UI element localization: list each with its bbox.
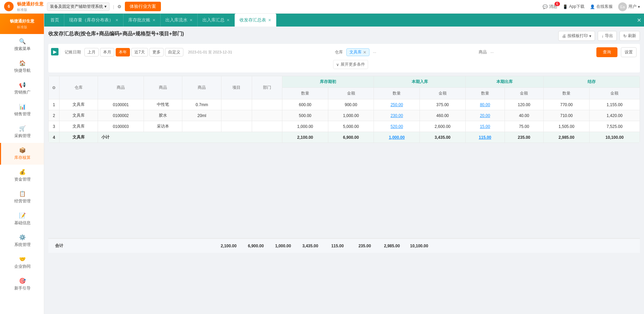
- sidebar-brand-name: 畅捷通好生意: [10, 18, 34, 24]
- settings-icon[interactable]: ⚙: [117, 4, 121, 9]
- filter-collapse-button[interactable]: ▶: [51, 48, 59, 55]
- filter-row-2: ∨ 展开更多条件: [65, 60, 637, 69]
- row1-in-qty[interactable]: 250.00: [374, 99, 420, 110]
- warehouse-more[interactable]: ···: [373, 50, 376, 55]
- sidebar-item-finance[interactable]: 💰 资金管理: [0, 165, 44, 186]
- sidebar-item-collab[interactable]: 🤝 企业协同: [0, 252, 44, 274]
- sidebar-item-sales[interactable]: 📊 销售管理: [0, 99, 44, 121]
- row2-goods-code: 0100002: [98, 110, 144, 121]
- app-download-item[interactable]: 📱 App下载: [563, 4, 584, 10]
- refresh-icon: ↻: [623, 34, 627, 38]
- row3-out-qty[interactable]: 15.00: [465, 121, 505, 132]
- row1-project: [221, 99, 252, 110]
- row1-ending-qty: 770.00: [544, 99, 590, 110]
- experience-button[interactable]: 体验行业方案: [125, 2, 161, 11]
- tab-close-icon[interactable]: ✕: [227, 18, 230, 22]
- tab-summary[interactable]: 出入库汇总 ✕: [198, 14, 235, 27]
- row2-out-qty[interactable]: 20.00: [465, 110, 505, 121]
- date-btn-last-month[interactable]: 上月: [84, 48, 99, 56]
- print-button[interactable]: 🖨 按模板打印 ▾: [558, 31, 595, 41]
- row2-opening-amount: 1,000.00: [328, 110, 374, 121]
- date-btn-custom[interactable]: 自定义: [165, 48, 183, 56]
- tab-close-icon[interactable]: ✕: [152, 18, 155, 22]
- row1-seq: 1: [49, 99, 60, 110]
- expand-conditions-button[interactable]: ∨ 展开更多条件: [333, 60, 368, 69]
- date-btn-7days[interactable]: 近7天: [131, 48, 148, 56]
- row2-in-amount: 460.00: [420, 110, 466, 121]
- col-opening-qty-header: 数量: [282, 88, 328, 99]
- tab-close-icon[interactable]: ✕: [268, 18, 271, 22]
- sidebar-item-purchase[interactable]: 🛒 采购管理: [0, 121, 44, 143]
- tag-close-icon[interactable]: ✕: [363, 50, 366, 55]
- operations-icon: 📋: [19, 191, 26, 197]
- tab-home[interactable]: 首页: [47, 14, 64, 27]
- row1-out-qty[interactable]: 80.00: [465, 99, 505, 110]
- row3-in-qty[interactable]: 520.00: [374, 121, 420, 132]
- user-item[interactable]: Ea 用户 ▾: [618, 2, 640, 11]
- row3-seq: 3: [49, 121, 60, 132]
- row2-in-qty[interactable]: 230.00: [374, 110, 420, 121]
- sidebar-item-label: 基础信息: [14, 220, 31, 226]
- export-button[interactable]: ↓ 导出: [598, 31, 617, 41]
- chevron-down-icon: ▾: [104, 4, 106, 9]
- sidebar: 畅捷通好生意 标准版 🔍 搜索菜单 🏠 快捷导航 📢 营销推广 📊 销售管理 🛒: [0, 14, 44, 314]
- subtotal-row: 4 文具库 小计 2,100.00 6,900.00 1,000.00 3,43…: [49, 132, 640, 143]
- refresh-button[interactable]: ↻ 刷新: [620, 31, 640, 41]
- message-item[interactable]: 💬 消息 6: [543, 4, 557, 10]
- page-title: 收发存汇总表(按仓库+商品编码+商品+规格型号+项目+部门): [48, 31, 184, 37]
- row1-ending-amount: 1,155.00: [589, 99, 640, 110]
- row3-department: [252, 121, 282, 132]
- query-button[interactable]: 查询: [596, 47, 617, 57]
- purchase-icon: 🛒: [19, 125, 26, 132]
- date-btn-this-year[interactable]: 本年: [116, 48, 130, 56]
- subtotal-in-qty[interactable]: 1,000.00: [374, 132, 420, 143]
- col-opening-group-header: 库存期初: [282, 76, 374, 88]
- tab-receipt-summary[interactable]: 收发存汇总表 ✕: [235, 14, 276, 27]
- page-content: 收发存汇总表(按仓库+商品编码+商品+规格型号+项目+部门) 🖨 按模板打印 ▾…: [44, 27, 644, 314]
- sidebar-item-marketing[interactable]: 📢 营销推广: [0, 78, 44, 99]
- col-settings-header[interactable]: ⚙: [49, 76, 60, 99]
- system-selector[interactable]: 装备及固定资产辅助管理系统 ▾: [47, 2, 110, 11]
- date-btn-this-month[interactable]: 本月: [100, 48, 114, 56]
- sidebar-item-basic-info[interactable]: 📝 基础信息: [0, 208, 44, 230]
- filter-section: ▶ 记账日期 上月 本月 本年 近7天 更多 自定义: [48, 44, 640, 72]
- tab-inventory-dist[interactable]: 现存量（库存分布表） ✕: [64, 14, 123, 27]
- sidebar-item-label: 库存核算: [14, 155, 31, 161]
- sidebar-item-label: 搜索菜单: [14, 46, 31, 52]
- sidebar-item-search[interactable]: 🔍 搜索菜单: [0, 34, 44, 56]
- message-icon: 💬: [543, 4, 548, 9]
- table-row: 3 文具库 0100003 采访本 1,000.00 5,000.00 520.…: [49, 121, 640, 132]
- sidebar-item-inventory[interactable]: 📦 库存核算: [0, 143, 44, 165]
- app-logo: 6: [4, 2, 14, 11]
- row1-department: [252, 99, 282, 110]
- row1-in-amount: 375.00: [420, 99, 466, 110]
- footer-spacer: [147, 245, 215, 247]
- search-icon: 🔍: [19, 38, 26, 45]
- goods-more[interactable]: ···: [490, 50, 494, 55]
- chevron-down-icon: ∨: [336, 62, 339, 67]
- tab-bar-close-icon[interactable]: ✕: [637, 17, 641, 23]
- subtotal-in-amount: 3,435.00: [420, 132, 466, 143]
- top-bar-left: 6 畅捷通好生意 标准版 装备及固定资产辅助管理系统 ▾ | ⚙ 体验行业方案: [4, 1, 161, 12]
- row2-ending-qty: 710.00: [544, 110, 590, 121]
- row3-project: [221, 121, 252, 132]
- filter-arrow: ▶: [48, 44, 61, 72]
- basic-info-icon: 📝: [19, 212, 26, 219]
- sidebar-item-guide[interactable]: 🎯 新手引导: [0, 274, 44, 295]
- settings-button[interactable]: 设置: [621, 47, 637, 57]
- col-ending-qty-header: 数量: [544, 88, 590, 99]
- sidebar-item-operations[interactable]: 📋 经营管理: [0, 186, 44, 208]
- tab-close-icon[interactable]: ✕: [115, 18, 118, 22]
- data-table: ⚙ 仓库 商品 商品 商品 项目 部门 库存期初 本期入库 本期出库: [48, 76, 640, 143]
- sidebar-item-label: 资金管理: [14, 177, 31, 182]
- row3-goods-code: 0100003: [98, 121, 144, 132]
- tab-batch-ledger[interactable]: 库存批次账 ✕: [123, 14, 161, 27]
- footer-ending-amount: 10,100.00: [406, 242, 433, 250]
- sidebar-item-quick-nav[interactable]: 🏠 快捷导航: [0, 56, 44, 78]
- sidebar-item-system[interactable]: ⚙️ 系统管理: [0, 230, 44, 252]
- online-service-item[interactable]: 👤 在线客服: [590, 4, 613, 10]
- subtotal-out-qty[interactable]: 115.00: [465, 132, 505, 143]
- tab-close-icon[interactable]: ✕: [189, 18, 193, 22]
- tab-flow[interactable]: 出入库流水 ✕: [161, 14, 198, 27]
- date-btn-more[interactable]: 更多: [149, 48, 164, 56]
